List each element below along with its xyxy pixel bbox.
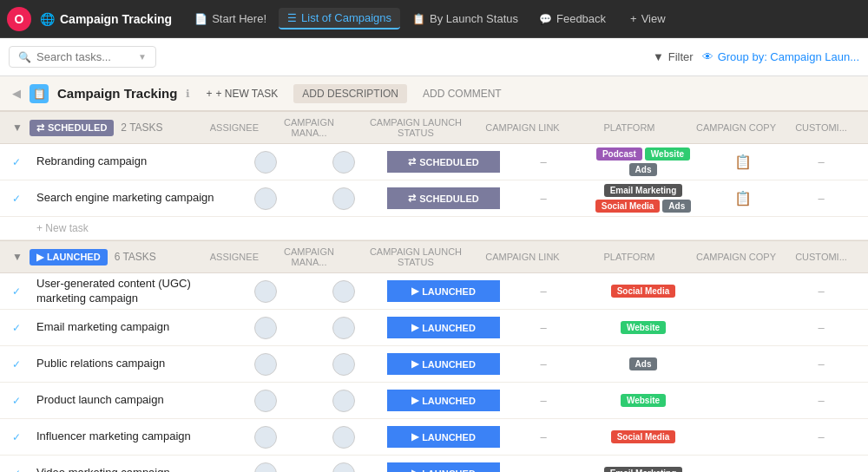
- chevron-down-icon: ▼: [138, 52, 147, 62]
- add-description-button[interactable]: ADD DESCRIPTION: [293, 84, 407, 103]
- task-checkbox[interactable]: ✓: [12, 156, 30, 168]
- platform-cell: Social Media: [587, 281, 700, 301]
- table-row[interactable]: ✓ Rebranding campaign ⇄ SCHEDULED – Podc…: [0, 144, 868, 180]
- avatar: [254, 280, 277, 303]
- table-row[interactable]: ✓ User-generated content (UGC) marketing…: [0, 273, 868, 310]
- launched-icon: ▶: [36, 252, 43, 263]
- expand-icon[interactable]: ◀: [12, 87, 21, 100]
- copy-cell: 📋: [700, 154, 786, 170]
- avatar: [332, 390, 355, 412]
- assignee-cell: [231, 280, 300, 303]
- copy-col-header: CAMPAIGN COPY: [693, 122, 779, 133]
- info-icon[interactable]: ℹ: [186, 88, 190, 100]
- new-task-row[interactable]: + New task: [0, 217, 868, 240]
- link-cell: –: [500, 357, 587, 370]
- platform-col-header: PLATFORM: [573, 122, 686, 133]
- tab-start-here[interactable]: 📄 Start Here!: [186, 9, 275, 29]
- table-row[interactable]: ✓ Video marketing campaign ▶ LAUNCHED – …: [0, 456, 868, 472]
- copy-col-header2: CAMPAIGN COPY: [693, 252, 779, 262]
- tab-list-campaigns[interactable]: ☰ List of Campaigns: [279, 8, 400, 30]
- task-checkbox[interactable]: ✓: [12, 395, 30, 407]
- manager-col-header2: CAMPAIGN MANA...: [266, 246, 352, 267]
- section-toggle-launched[interactable]: ▼: [12, 251, 23, 263]
- add-comment-button[interactable]: ADD COMMENT: [416, 84, 509, 103]
- list-icon: ☰: [287, 12, 297, 24]
- status-col-header: CAMPAIGN LAUNCH STATUS: [359, 117, 472, 138]
- avatar: [254, 462, 277, 473]
- avatar: [332, 317, 355, 339]
- manager-col-header: CAMPAIGN MANA...: [266, 117, 352, 138]
- search-actions: ▼ Filter 👁 Group by: Campaign Laun...: [653, 50, 859, 63]
- new-task-button[interactable]: + + NEW TASK: [199, 85, 285, 102]
- doc-icon: 📄: [194, 13, 207, 25]
- search-input[interactable]: [36, 50, 133, 63]
- filter-button[interactable]: ▼ Filter: [653, 50, 694, 63]
- group-by-button[interactable]: 👁 Group by: Campaign Laun...: [702, 50, 859, 63]
- platform-tag-website: Website: [645, 148, 690, 161]
- scheduled-icon: ⇄: [36, 122, 44, 134]
- platform-cell: Podcast Website Ads: [587, 144, 700, 180]
- task-checkbox[interactable]: ✓: [12, 193, 30, 205]
- tab-feedback[interactable]: 💬 Feedback: [530, 9, 615, 29]
- manager-cell: [300, 390, 387, 412]
- task-checkbox[interactable]: ✓: [12, 431, 30, 443]
- avatar: [254, 317, 277, 339]
- custom-col-header2: CUSTOMI...: [786, 252, 856, 262]
- scheduled-task-count: 2 TASKS: [121, 121, 162, 134]
- main-content: ▼ ⇄ SCHEDULED 2 TASKS ASSIGNEE CAMPAIGN …: [0, 111, 868, 472]
- launched-task-count: 6 TASKS: [115, 251, 156, 263]
- link-cell: –: [500, 394, 587, 407]
- link-col-header: CAMPAIGN LINK: [479, 122, 566, 133]
- custom-col-header: CUSTOMI...: [786, 122, 856, 133]
- table-row[interactable]: ✓ Product launch campaign ▶ LAUNCHED – W…: [0, 383, 868, 419]
- task-checkbox[interactable]: ✓: [12, 322, 30, 334]
- assignee-cell: [231, 187, 300, 210]
- platform-cell: Email Marketing Social Media Ads: [587, 180, 700, 216]
- status-cell: ▶ LAUNCHED: [387, 462, 500, 472]
- avatar: [332, 353, 355, 376]
- platform-cell: Ads: [587, 354, 700, 374]
- avatar: [254, 151, 277, 174]
- task-checkbox[interactable]: ✓: [12, 285, 30, 298]
- table-row[interactable]: ✓ Influencer marketing campaign ▶ LAUNCH…: [0, 419, 868, 456]
- task-checkbox[interactable]: ✓: [12, 468, 30, 473]
- assignee-cell: [231, 353, 300, 376]
- platform-cell: Social Media: [587, 427, 700, 447]
- avatar: [332, 426, 355, 449]
- custom-cell: –: [786, 321, 856, 334]
- status-cell: ▶ LAUNCHED: [387, 280, 500, 302]
- task-name: Video marketing campaign: [30, 466, 231, 472]
- table-row[interactable]: ✓ Public relations campaign ▶ LAUNCHED –…: [0, 346, 868, 383]
- filter-icon: ▼: [653, 50, 664, 63]
- launched-status-icon: ▶: [411, 431, 418, 442]
- task-name: Public relations campaign: [30, 357, 231, 371]
- manager-cell: [300, 353, 387, 376]
- avatar: [332, 187, 355, 210]
- assignee-cell: [231, 426, 300, 449]
- platform-cell: Website: [587, 390, 700, 410]
- custom-cell: –: [786, 430, 856, 443]
- copy-cell: 📋: [700, 190, 786, 206]
- scheduled-status-icon: ⇄: [408, 156, 416, 167]
- section-toggle-scheduled[interactable]: ▼: [12, 121, 23, 134]
- search-icon: 🔍: [18, 51, 31, 63]
- link-cell: –: [500, 430, 587, 443]
- status-cell: ⇄ SCHEDULED: [387, 187, 500, 209]
- search-input-wrap[interactable]: 🔍 ▼: [9, 46, 156, 68]
- platform-col-header2: PLATFORM: [573, 252, 686, 262]
- avatar: [254, 353, 277, 376]
- avatar: [332, 151, 355, 174]
- platform-tag: Website: [621, 321, 666, 334]
- table-row[interactable]: ✓ Email marketing campaign ▶ LAUNCHED – …: [0, 310, 868, 346]
- tab-by-launch-status[interactable]: 📋 By Launch Status: [404, 9, 527, 29]
- manager-cell: [300, 151, 387, 174]
- launched-status-icon: ▶: [411, 358, 418, 370]
- platform-tag-ads: Ads: [662, 200, 691, 213]
- task-checkbox[interactable]: ✓: [12, 358, 30, 370]
- scheduled-status-icon: ⇄: [408, 193, 416, 204]
- manager-cell: [300, 426, 387, 449]
- custom-cell: –: [786, 394, 856, 407]
- tab-view[interactable]: + View: [621, 9, 674, 29]
- table-row[interactable]: ✓ Search engine marketing campaign ⇄ SCH…: [0, 180, 868, 217]
- manager-cell: [300, 187, 387, 210]
